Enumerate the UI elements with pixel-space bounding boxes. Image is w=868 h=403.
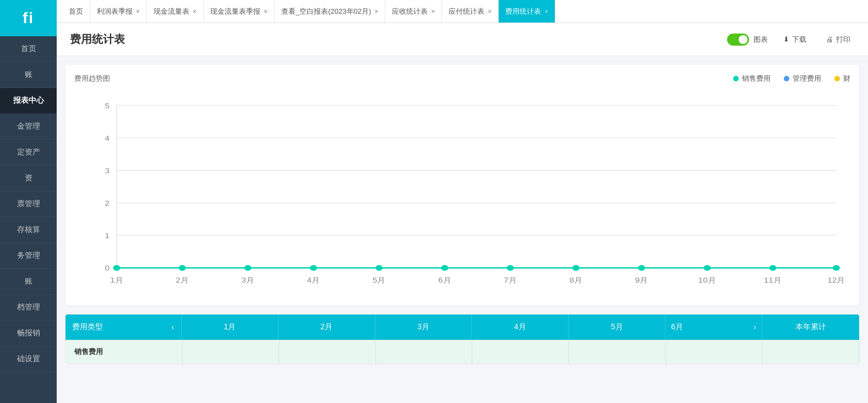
- chart-title: 费用趋势图: [74, 74, 110, 84]
- legend-dot-finance: [834, 76, 840, 81]
- td-m6: [666, 340, 763, 363]
- legend-finance-expense: 财: [834, 74, 850, 84]
- svg-text:3月: 3月: [241, 276, 254, 284]
- chart-point: [375, 265, 383, 271]
- th-m3: 3月: [375, 314, 472, 340]
- legend-dot-mgmt: [784, 76, 789, 81]
- th-m6: 6月 ›: [665, 314, 762, 340]
- svg-text:6月: 6月: [438, 276, 451, 284]
- svg-text:2月: 2月: [176, 276, 189, 284]
- tab-close-payable-stats[interactable]: ×: [488, 8, 492, 15]
- print-button[interactable]: 🖨 打印: [822, 32, 855, 47]
- tab-cash-flow-quarterly[interactable]: 现金流量表季报 ×: [204, 0, 275, 23]
- legend-label-sales: 销售费用: [742, 74, 771, 84]
- svg-text:5: 5: [105, 102, 110, 109]
- chart-point: [244, 265, 252, 271]
- svg-text:8月: 8月: [569, 276, 582, 284]
- td-m1: [183, 340, 280, 363]
- sidebar-item-service-mgmt[interactable]: 务管理: [0, 243, 57, 269]
- sidebar: fi 首页 账 报表中心 金管理 定资产 资 票管理 存核算 务管理 账 档管理…: [0, 0, 57, 403]
- sidebar-item-investment[interactable]: 资: [0, 165, 57, 191]
- chart-point: [703, 265, 711, 271]
- td-m4: [472, 340, 569, 363]
- chart-point: [441, 265, 449, 271]
- tab-home[interactable]: 首页: [62, 0, 90, 23]
- legend-dot-sales: [733, 76, 739, 81]
- tab-close-expense-stats[interactable]: ×: [544, 8, 548, 15]
- legend-sales-expense: 销售费用: [733, 74, 771, 84]
- th-m5: 5月: [569, 314, 665, 340]
- th-m2: 2月: [279, 314, 375, 340]
- sidebar-item-fixed-assets[interactable]: 定资产: [0, 140, 57, 165]
- data-table: 费用类型 ‹ 1月 2月 3月 4月 5月 6月 › 本年累计 销售费用: [65, 314, 859, 363]
- chart-point: [310, 265, 317, 271]
- sidebar-item-fund-mgmt[interactable]: 金管理: [0, 114, 57, 140]
- chart-toggle-label: 图表: [754, 35, 768, 45]
- nav-prev-arrow[interactable]: ‹: [172, 322, 174, 332]
- tab-close-blank-report[interactable]: ×: [374, 8, 378, 15]
- tab-profit-quarterly[interactable]: 利润表季报 ×: [90, 0, 147, 23]
- svg-text:9月: 9月: [635, 276, 648, 284]
- sidebar-item-inventory[interactable]: 存核算: [0, 217, 57, 243]
- chart-point: [833, 265, 840, 271]
- svg-text:2: 2: [105, 200, 110, 207]
- tab-close-cash-flow[interactable]: ×: [193, 8, 196, 15]
- td-m5: [569, 340, 666, 363]
- page-header: 费用统计表 图表 ⬇ 下载 🖨 打印: [57, 23, 868, 56]
- sidebar-item-account[interactable]: 账: [0, 62, 57, 88]
- td-type: 销售费用: [65, 340, 183, 363]
- svg-text:0: 0: [105, 264, 110, 272]
- download-button[interactable]: ⬇ 下载: [779, 32, 811, 47]
- tab-close-receivable-stats[interactable]: ×: [431, 8, 435, 15]
- chart-legend: 销售费用 管理费用 财: [733, 74, 850, 84]
- header-actions: 图表 ⬇ 下载 🖨 打印: [727, 32, 855, 47]
- main-area: 首页 利润表季报 × 现金流量表 × 现金流量表季报 × 查看_空白报表(202…: [57, 0, 868, 403]
- chart-container: 0 1 2 3 4 5 1月 2月 3月 4月 5月 6月 7月 8月 9: [74, 88, 850, 297]
- sidebar-item-ledger[interactable]: 账: [0, 269, 57, 295]
- legend-mgmt-expense: 管理费用: [784, 74, 821, 84]
- sidebar-item-invoice-mgmt[interactable]: 票管理: [0, 191, 57, 217]
- svg-text:12月: 12月: [827, 276, 845, 284]
- tab-blank-report[interactable]: 查看_空白报表(2023年02月) ×: [275, 0, 385, 23]
- table-row: 销售费用: [65, 340, 859, 363]
- sidebar-item-basic-settings[interactable]: 础设置: [0, 346, 57, 372]
- svg-text:1: 1: [105, 232, 110, 240]
- tab-bar: 首页 利润表季报 × 现金流量表 × 现金流量表季报 × 查看_空白报表(202…: [57, 0, 868, 23]
- tab-cash-flow[interactable]: 现金流量表 ×: [147, 0, 204, 23]
- chart-point: [769, 265, 777, 271]
- th-type: 费用类型 ‹: [65, 314, 182, 340]
- chart-toggle-wrap: 图表: [727, 34, 768, 46]
- tab-receivable-stats[interactable]: 应收统计表 ×: [385, 0, 442, 23]
- page-title: 费用统计表: [70, 32, 125, 47]
- tab-expense-stats[interactable]: 费用统计表 ×: [499, 0, 555, 23]
- td-m3: [376, 340, 473, 363]
- chart-point: [113, 265, 121, 271]
- svg-text:11月: 11月: [764, 276, 782, 284]
- tab-close-cash-flow-quarterly[interactable]: ×: [264, 8, 268, 15]
- sidebar-item-archive-mgmt[interactable]: 档管理: [0, 295, 57, 321]
- sidebar-item-sales-return[interactable]: 畅报销: [0, 321, 57, 346]
- svg-text:4: 4: [105, 134, 110, 142]
- chart-section: 费用趋势图 销售费用 管理费用 财: [65, 65, 859, 306]
- th-ytd: 本年累计: [762, 314, 859, 340]
- sidebar-logo: fi: [0, 0, 57, 36]
- print-label: 打印: [836, 35, 850, 45]
- download-label: 下载: [792, 35, 806, 45]
- chart-point: [507, 265, 514, 271]
- svg-text:10月: 10月: [698, 276, 716, 284]
- th-m4: 4月: [472, 314, 569, 340]
- sidebar-item-home[interactable]: 首页: [0, 36, 57, 62]
- sidebar-item-report-center[interactable]: 报表中心: [0, 88, 57, 114]
- nav-next-arrow[interactable]: ›: [754, 322, 756, 332]
- chart-toggle[interactable]: [727, 34, 749, 46]
- svg-text:1月: 1月: [110, 276, 123, 284]
- th-m1: 1月: [182, 314, 279, 340]
- tab-close-profit-quarterly[interactable]: ×: [136, 8, 140, 15]
- legend-label-finance: 财: [843, 74, 850, 84]
- legend-label-mgmt: 管理费用: [793, 74, 821, 84]
- tab-payable-stats[interactable]: 应付统计表 ×: [442, 0, 499, 23]
- td-ytd: [762, 340, 859, 363]
- chart-point: [179, 265, 186, 271]
- chart-point: [638, 265, 645, 271]
- content-area: 费用统计表 图表 ⬇ 下载 🖨 打印 费用趋势图: [57, 23, 868, 403]
